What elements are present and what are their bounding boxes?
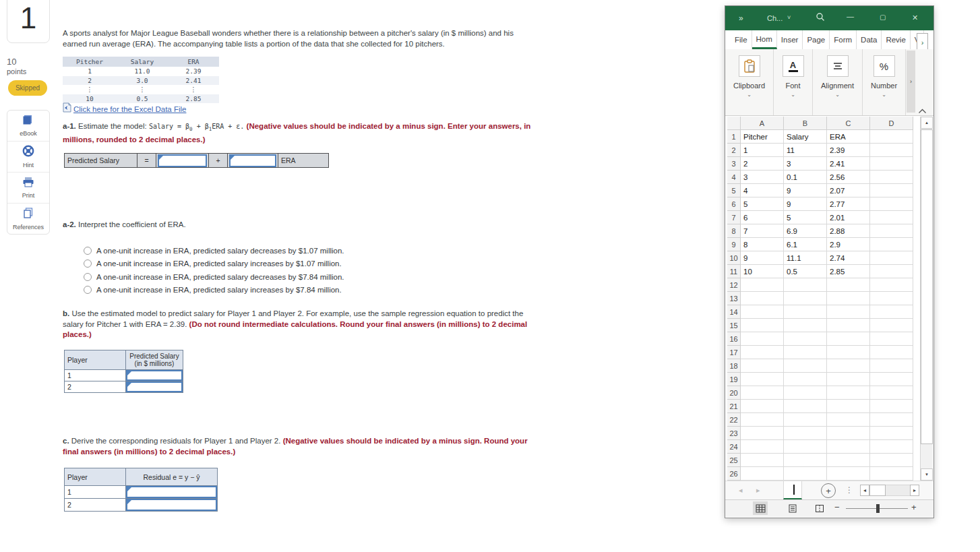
cell-B14[interactable] <box>784 305 827 319</box>
toolbar-item-hint[interactable]: Hint <box>7 142 49 173</box>
cell-D2[interactable] <box>870 144 913 157</box>
more-options-icon[interactable]: ⋮ <box>845 485 853 495</box>
ribbon-tab-hom[interactable]: Hom <box>752 30 777 49</box>
toolbar-item-references[interactable]: References <box>7 204 49 234</box>
cell-B5[interactable]: 9 <box>784 184 827 197</box>
cell-D26[interactable] <box>870 467 913 481</box>
cell-A12[interactable] <box>741 278 784 292</box>
ribbon-tab-file[interactable]: File <box>731 30 752 49</box>
cell-A23[interactable] <box>741 427 784 440</box>
a1-intercept-input[interactable] <box>158 154 207 167</box>
sheet-next-icon[interactable]: ▸ <box>756 486 760 495</box>
cell-A16[interactable] <box>741 332 784 346</box>
answer-input-cell[interactable] <box>126 486 218 499</box>
cell-D13[interactable] <box>870 292 913 305</box>
ribbon-tab-form[interactable]: Form <box>830 30 857 49</box>
sheet-prev-icon[interactable]: ◂ <box>739 486 743 495</box>
excel-data-file-link[interactable]: Click here for the Excel Data File <box>63 102 186 115</box>
cell-C6[interactable]: 2.77 <box>827 197 870 211</box>
cell-D12[interactable] <box>870 278 913 292</box>
cell-C25[interactable] <box>827 454 870 467</box>
vertical-scroll-thumb[interactable] <box>921 129 933 444</box>
horizontal-scroll-track[interactable] <box>886 485 910 496</box>
zoom-in-button[interactable]: + <box>911 502 917 512</box>
cell-C16[interactable] <box>827 332 870 346</box>
cell-B21[interactable] <box>784 400 827 413</box>
cell-A10[interactable]: 9 <box>741 251 784 265</box>
row-header-2[interactable]: 2 <box>727 144 741 157</box>
ribbon-group-font[interactable]: A Font ⌄ <box>774 49 813 115</box>
cell-A2[interactable]: 1 <box>741 144 784 157</box>
cell-B10[interactable]: 11.1 <box>784 251 827 265</box>
cell-C26[interactable] <box>827 467 870 481</box>
cell-C3[interactable]: 2.41 <box>827 157 870 171</box>
ribbon-tab-data[interactable]: Data <box>857 30 882 49</box>
row-header-23[interactable]: 23 <box>727 427 741 440</box>
answer-input[interactable] <box>126 486 217 498</box>
row-header-9[interactable]: 9 <box>727 238 741 251</box>
cell-D19[interactable] <box>870 373 913 386</box>
cell-C22[interactable] <box>827 413 870 427</box>
cell-A7[interactable]: 6 <box>741 211 784 224</box>
cell-D14[interactable] <box>870 305 913 319</box>
cell-C19[interactable] <box>827 373 870 386</box>
add-sheet-button[interactable]: + <box>821 483 836 498</box>
cell-C4[interactable]: 2.56 <box>827 171 870 184</box>
cell-B18[interactable] <box>784 359 827 373</box>
column-header-A[interactable]: A <box>741 117 784 130</box>
column-header-B[interactable]: B <box>784 117 827 130</box>
hscroll-right-icon[interactable]: ▸ <box>910 485 919 496</box>
cell-D15[interactable] <box>870 319 913 332</box>
cell-B25[interactable] <box>784 454 827 467</box>
ribbon-group-clipboard[interactable]: Clipboard ⌄ <box>725 49 774 115</box>
answer-input[interactable] <box>126 381 183 392</box>
row-header-11[interactable]: 11 <box>727 265 741 278</box>
cell-C24[interactable] <box>827 440 870 454</box>
ribbon-collapse-icon[interactable] <box>918 104 927 117</box>
close-button[interactable]: ✕ <box>912 13 918 22</box>
cell-A13[interactable] <box>741 292 784 305</box>
cell-C14[interactable] <box>827 305 870 319</box>
row-header-14[interactable]: 14 <box>727 305 741 319</box>
horizontal-scroll-thumb[interactable] <box>869 485 886 496</box>
cell-A15[interactable] <box>741 319 784 332</box>
cell-B24[interactable] <box>784 440 827 454</box>
cell-A6[interactable]: 5 <box>741 197 784 211</box>
cell-D17[interactable] <box>870 346 913 359</box>
cell-A26[interactable] <box>741 467 784 481</box>
normal-view-icon[interactable] <box>753 501 768 515</box>
cell-C15[interactable] <box>827 319 870 332</box>
cell-D11[interactable] <box>870 265 913 278</box>
row-header-17[interactable]: 17 <box>727 346 741 359</box>
cell-C2[interactable]: 2.39 <box>827 144 870 157</box>
row-header-7[interactable]: 7 <box>727 211 741 224</box>
cell-C1[interactable]: ERA <box>827 130 870 144</box>
ribbon-tab-inser[interactable]: Inser <box>777 30 803 49</box>
row-header-24[interactable]: 24 <box>727 440 741 454</box>
cell-A8[interactable]: 7 <box>741 224 784 238</box>
minimize-button[interactable]: — <box>847 12 854 20</box>
cell-B2[interactable]: 11 <box>784 144 827 157</box>
hscroll-left-icon[interactable]: ◂ <box>860 485 869 496</box>
a2-option[interactable]: A one-unit increase in ERA, predicted sa… <box>84 284 344 297</box>
cell-D8[interactable] <box>870 224 913 238</box>
zoom-slider-thumb[interactable] <box>876 504 880 513</box>
cell-A17[interactable] <box>741 346 784 359</box>
cell-B12[interactable] <box>784 278 827 292</box>
cell-D25[interactable] <box>870 454 913 467</box>
row-header-25[interactable]: 25 <box>727 454 741 467</box>
scroll-up-icon[interactable]: ▲ <box>921 117 933 129</box>
cell-B7[interactable]: 5 <box>784 211 827 224</box>
row-header-10[interactable]: 10 <box>727 251 741 265</box>
row-header-3[interactable]: 3 <box>727 157 741 171</box>
cell-B22[interactable] <box>784 413 827 427</box>
select-all-corner[interactable] <box>727 117 741 130</box>
cell-C7[interactable]: 2.01 <box>827 211 870 224</box>
a2-option[interactable]: A one-unit increase in ERA, predicted sa… <box>84 257 344 271</box>
cell-B13[interactable] <box>784 292 827 305</box>
row-header-18[interactable]: 18 <box>727 359 741 373</box>
chevron-down-icon[interactable]: ˅ <box>787 14 791 21</box>
cell-C12[interactable] <box>827 278 870 292</box>
cell-C20[interactable] <box>827 386 870 400</box>
cell-B4[interactable]: 0.1 <box>784 171 827 184</box>
